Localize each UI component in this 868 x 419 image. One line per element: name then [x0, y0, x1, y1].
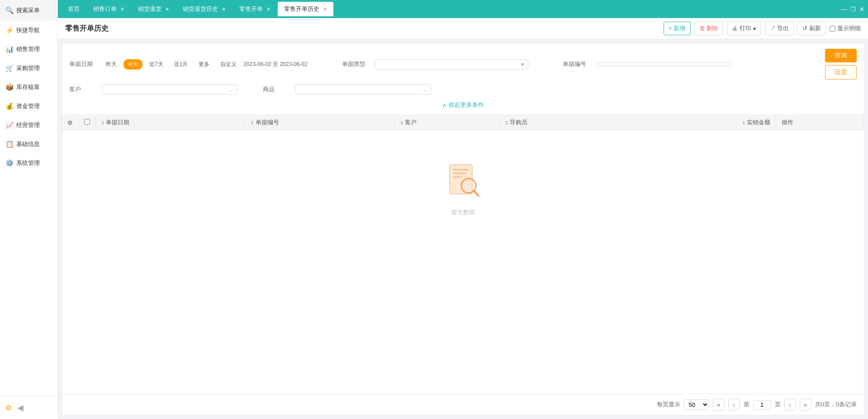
goods-input[interactable]: ...	[295, 84, 431, 94]
sidebar-item-label: 快捷导航	[16, 26, 40, 34]
biz-icon: 📈	[5, 121, 14, 129]
collapse-sidebar-icon[interactable]: ◀	[17, 403, 24, 413]
tab-home[interactable]: 首页	[62, 2, 86, 16]
empty-state: 暂无数据	[62, 131, 864, 244]
last7-btn[interactable]: 近7天	[145, 59, 167, 70]
data-table: ⚙ ↕ 单据日期 ↕ 单据编号 ↕ 客户	[62, 115, 864, 131]
sidebar-item-label: 经营管理	[16, 121, 40, 129]
doc-type-arrow-icon: ▾	[521, 61, 524, 68]
toolbar: 零售开单历史 + 新增 🗑 删除 🖨 打印 ▾ ↗ 导出 ↺ 刷新 显示明细	[58, 18, 868, 39]
doc-no-input[interactable]	[595, 62, 731, 66]
first-page-btn[interactable]: «	[713, 399, 725, 410]
filter-area: 单据日期 昨天 今天 近7天 近1月 更多 自定义 2023-06-02 至 2…	[62, 43, 864, 115]
th-settings[interactable]: ⚙	[62, 115, 79, 131]
goods-filter-label: 商品	[263, 85, 288, 94]
sidebar-item-biz-mgmt[interactable]: 📈 经营管理	[0, 116, 57, 135]
sidebar-item-search[interactable]: 🔍 搜索采单	[0, 0, 57, 21]
customer-filter-label: 客户	[69, 85, 95, 94]
svg-rect-1	[453, 169, 469, 170]
close-window-btn[interactable]: ✕	[859, 6, 864, 13]
sidebar-item-quick-nav[interactable]: ⚡ 快捷导航	[0, 21, 57, 40]
sidebar-item-sys-mgmt[interactable]: ⚙️ 系统管理	[0, 154, 57, 173]
empty-icon	[441, 158, 486, 203]
custom-date-btn[interactable]: 自定义	[216, 59, 241, 70]
sidebar-item-purchase-mgmt[interactable]: 🛒 采购管理	[0, 59, 57, 78]
tab-sales-return-close[interactable]: ✕	[165, 6, 169, 12]
th-amount[interactable]: ↕ 实销金额	[627, 115, 776, 131]
today-btn[interactable]: 今天	[123, 59, 142, 70]
th-guide[interactable]: ↕ 导购员	[499, 115, 626, 131]
first-page-icon: «	[717, 401, 720, 408]
tab-retail-open-history[interactable]: 零售开单历史 ✕	[278, 2, 333, 16]
display-detail-checkbox[interactable]: 显示明细	[830, 24, 861, 33]
th-customer-label: ↕ 客户	[400, 119, 417, 126]
th-check[interactable]	[79, 115, 96, 131]
th-customer[interactable]: ↕ 客户	[394, 115, 499, 131]
prev-page-icon: ‹	[733, 401, 735, 408]
collapse-label: 收起更多条件	[449, 101, 484, 109]
sidebar: 🔍 搜索采单 ⚡ 快捷导航 📊 销售管理 🛒 采购管理 📦 库存核算 💰 资金管…	[0, 0, 58, 419]
doc-type-select[interactable]: ▾	[375, 59, 528, 70]
display-detail-check[interactable]	[830, 26, 835, 32]
customer-input[interactable]: ...	[102, 84, 237, 94]
sys-icon: ⚙️	[5, 159, 14, 167]
total-info: 共0页，0条记录	[815, 400, 857, 409]
th-date-label: ↕ 单据日期	[101, 119, 129, 126]
th-date[interactable]: ↕ 单据日期	[96, 115, 245, 131]
sidebar-item-sales-mgmt[interactable]: 📊 销售管理	[0, 40, 57, 59]
svg-point-6	[464, 181, 471, 188]
svg-rect-3	[453, 176, 462, 178]
settings-icon[interactable]: ⚙	[67, 119, 73, 126]
add-button[interactable]: + 新增	[664, 22, 690, 35]
delete-button[interactable]: 🗑 删除	[694, 22, 724, 35]
sidebar-item-label: 库存核算	[16, 83, 40, 91]
refresh-button[interactable]: ↺ 刷新	[797, 22, 826, 35]
th-action-label: 操作	[782, 119, 793, 126]
tab-retail-open[interactable]: 零售开单 ✕	[233, 2, 277, 16]
tab-sales-return[interactable]: 销货退货 ✕	[132, 2, 175, 16]
basic-icon: 📋	[5, 140, 14, 148]
tab-sales-order[interactable]: 销售订单 ✕	[87, 2, 131, 16]
set-button[interactable]: 设置	[825, 65, 857, 80]
sidebar-item-label: 销售管理	[16, 45, 40, 53]
query-button[interactable]: 查询	[825, 49, 857, 62]
last-month-btn[interactable]: 近1月	[170, 59, 192, 70]
filter-row-1: 单据日期 昨天 今天 近7天 近1月 更多 自定义 2023-06-02 至 2…	[69, 49, 857, 80]
settings-bottom-icon[interactable]: ⚙	[5, 404, 12, 412]
table-header-row: ⚙ ↕ 单据日期 ↕ 单据编号 ↕ 客户	[62, 115, 864, 131]
filter-row-2: 客户 ... 商品 ...	[69, 84, 857, 94]
print-button[interactable]: 🖨 打印 ▾	[727, 22, 761, 35]
table-wrap: ⚙ ↕ 单据日期 ↕ 单据编号 ↕ 客户	[62, 115, 864, 394]
export-button[interactable]: ↗ 导出	[765, 22, 794, 35]
tab-sales-order-label: 销售订单	[93, 5, 117, 13]
restore-btn[interactable]: ❐	[850, 6, 856, 13]
more-date-btn[interactable]: 更多	[194, 59, 213, 70]
th-action: 操作	[776, 115, 864, 131]
tab-sales-return-history-label: 销货退货历史	[183, 5, 218, 13]
tab-retail-open-history-close[interactable]: ✕	[323, 6, 327, 12]
sidebar-item-label: 采购管理	[16, 64, 40, 72]
th-no[interactable]: ↕ 单据编号	[245, 115, 394, 131]
doc-type-label: 单据类型	[342, 60, 367, 68]
sidebar-item-label: 资金管理	[16, 102, 40, 110]
tab-sales-order-close[interactable]: ✕	[120, 6, 124, 12]
page-input[interactable]	[753, 400, 771, 410]
tab-retail-open-close[interactable]: ✕	[266, 6, 270, 12]
yesterday-btn[interactable]: 昨天	[102, 59, 121, 70]
last-page-btn[interactable]: »	[800, 399, 811, 410]
page-label: 第	[744, 400, 749, 409]
per-page-select[interactable]: 50 10 20 100	[684, 400, 709, 410]
sidebar-item-basic-info[interactable]: 📋 基础信息	[0, 135, 57, 154]
sidebar-item-fund-mgmt[interactable]: 💰 资金管理	[0, 97, 57, 116]
collapse-filter-btn[interactable]: ∧ 收起更多条件	[69, 99, 857, 113]
sidebar-item-stock-calc[interactable]: 📦 库存核算	[0, 78, 57, 97]
collapse-icon: ∧	[442, 102, 447, 108]
tab-sales-return-history[interactable]: 销货退货历史 ✕	[176, 2, 232, 16]
content-area: 单据日期 昨天 今天 近7天 近1月 更多 自定义 2023-06-02 至 2…	[62, 43, 864, 415]
next-page-btn[interactable]: ›	[784, 399, 796, 410]
select-all-checkbox[interactable]	[84, 119, 90, 125]
minimize-btn[interactable]: —	[841, 6, 847, 13]
tab-sales-return-history-close[interactable]: ✕	[222, 6, 226, 12]
page-title: 零售开单历史	[65, 24, 660, 33]
prev-page-btn[interactable]: ‹	[728, 399, 740, 410]
